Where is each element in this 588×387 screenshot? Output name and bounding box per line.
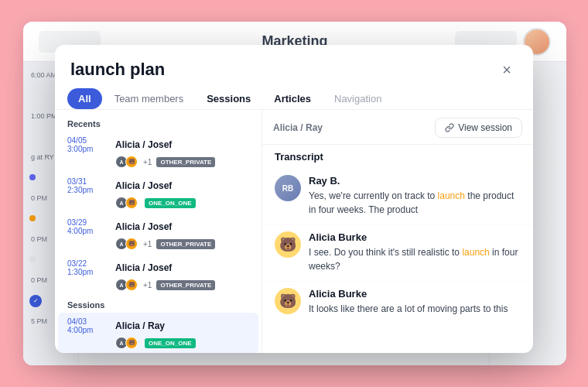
right-panel-header: Alicia / Ray View session bbox=[262, 110, 533, 145]
modal-body: Recents 04/05 3:00pm Alicia / Josef A bbox=[55, 110, 533, 353]
modal-title: launch plan bbox=[70, 60, 165, 80]
tab-articles[interactable]: Articles bbox=[263, 88, 322, 109]
left-panel: Recents 04/05 3:00pm Alicia / Josef A bbox=[55, 110, 262, 353]
list-item[interactable]: 04/03 4:00pm Alicia / Ray A 🐻 ONE_ON_ONE bbox=[58, 313, 258, 353]
message-content: Ray B. Yes, we're currently on track to … bbox=[309, 175, 521, 217]
message-text: It looks like there are a lot of moving … bbox=[309, 302, 508, 316]
right-panel: Alicia / Ray View session Transcript bbox=[262, 110, 533, 353]
message-text: I see. Do you think it's still realistic… bbox=[309, 245, 521, 273]
list-item[interactable]: 03/22 1:30pm Alicia / Josef A 🐻 +1 OTHER… bbox=[58, 255, 258, 296]
message-item: 🐻 Alicia Burke It looks like there are a… bbox=[262, 282, 533, 324]
breadcrumb: Alicia / Ray bbox=[273, 122, 323, 133]
message-content: Alicia Burke It looks like there are a l… bbox=[309, 288, 508, 316]
tab-sessions[interactable]: Sessions bbox=[196, 88, 262, 109]
message-name: Alicia Burke bbox=[309, 231, 521, 243]
result-name: Alicia / Josef bbox=[115, 262, 172, 273]
view-session-button[interactable]: View session bbox=[435, 118, 522, 138]
message-name: Alicia Burke bbox=[309, 288, 508, 300]
message-name: Ray B. bbox=[309, 175, 521, 187]
message-content: Alicia Burke I see. Do you think it's st… bbox=[309, 231, 521, 273]
messages-list: RB Ray B. Yes, we're currently on track … bbox=[262, 166, 533, 353]
result-name: Alicia / Ray bbox=[115, 320, 165, 331]
tab-navigation[interactable]: Navigation bbox=[323, 88, 392, 109]
list-item[interactable]: 03/29 4:00pm Alicia / Josef A 🐻 +1 OTHER… bbox=[58, 214, 258, 255]
tab-all[interactable]: All bbox=[67, 88, 102, 109]
sessions-section-label: Sessions bbox=[55, 296, 262, 313]
list-item[interactable]: 04/05 3:00pm Alicia / Josef A 🐻 +1 OTHER… bbox=[58, 132, 258, 173]
tab-team-members[interactable]: Team members bbox=[104, 88, 195, 109]
result-name: Alicia / Josef bbox=[115, 139, 172, 150]
message-item: 🐻 Alicia Burke I see. Do you think it's … bbox=[262, 225, 533, 282]
link-icon bbox=[445, 123, 454, 132]
avatar: RB bbox=[275, 175, 301, 201]
list-item[interactable]: 03/31 2:30pm Alicia / Josef A 🐻 ONE_ON_O… bbox=[58, 173, 258, 214]
search-modal: launch plan × All Team members Sessions … bbox=[55, 45, 533, 353]
modal-tabs: All Team members Sessions Articles Navig… bbox=[55, 80, 533, 110]
avatar: 🐻 bbox=[275, 231, 301, 258]
avatar: 🐻 bbox=[275, 288, 301, 314]
result-name: Alicia / Josef bbox=[115, 180, 172, 191]
close-button[interactable]: × bbox=[496, 59, 518, 80]
recents-section-label: Recents bbox=[55, 116, 262, 132]
modal-header: launch plan × bbox=[55, 45, 533, 80]
message-item: RB Ray B. Yes, we're currently on track … bbox=[262, 169, 533, 225]
message-text: Yes, we're currently on track to launch … bbox=[309, 189, 521, 217]
modal-overlay: launch plan × All Team members Sessions … bbox=[0, 0, 588, 387]
transcript-label: Transcript bbox=[262, 145, 533, 166]
result-name: Alicia / Josef bbox=[115, 221, 172, 232]
